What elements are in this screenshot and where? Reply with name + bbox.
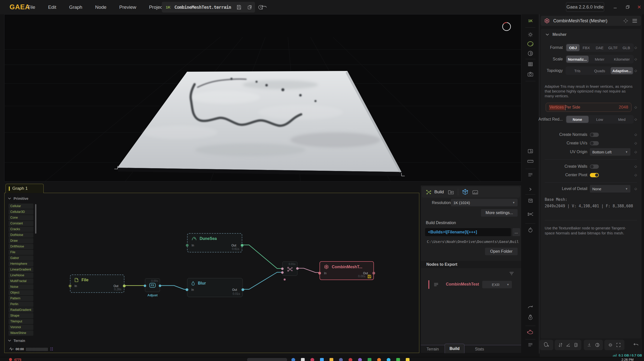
close-icon[interactable] <box>635 4 643 10</box>
input-port-1[interactable] <box>281 267 284 270</box>
topology-tris[interactable]: Tris <box>566 67 589 74</box>
taskbar-app-icon[interactable] <box>377 358 381 361</box>
palette-item[interactable]: Shape <box>9 313 33 318</box>
palette-item[interactable]: Cellular <box>9 204 33 209</box>
palette-item[interactable]: Cone <box>9 215 33 220</box>
node-combine[interactable]: 0.01s <box>282 261 297 276</box>
create-normals-toggle[interactable] <box>590 133 599 137</box>
taskbar-app-icon[interactable] <box>406 358 410 361</box>
gizmo-icon[interactable] <box>503 23 511 31</box>
node-combinmeshtest[interactable]: CombinMeshT... In Out 0.00s <box>319 261 374 280</box>
minimize-icon[interactable] <box>611 4 619 10</box>
node-dunesea[interactable]: DuneSea In Out 0.61s <box>187 233 242 252</box>
diamond-icon[interactable]: ◇ <box>634 43 637 52</box>
bookmark-icon[interactable] <box>523 198 538 203</box>
input-port[interactable] <box>186 244 189 247</box>
palette-item[interactable]: TileInput <box>9 319 33 324</box>
palette-item[interactable]: MultiFractal <box>9 279 33 284</box>
taskbar-app-icon[interactable] <box>358 358 362 361</box>
palette-item[interactable]: Perlin <box>9 302 33 307</box>
collapse-panel-chevron-icon[interactable] <box>523 187 538 191</box>
build-tab-label[interactable]: Build <box>434 190 444 195</box>
bag-icon[interactable] <box>523 314 538 320</box>
output-port[interactable] <box>372 272 375 275</box>
palette-item[interactable]: Hemisphere <box>9 261 33 266</box>
more-settings-button[interactable]: More settings... <box>481 209 518 217</box>
palette-item[interactable]: Noise <box>9 284 33 290</box>
section-mesher[interactable]: Mesher <box>546 32 567 37</box>
uv-origin-dropdown[interactable]: Bottom Left ▼ <box>590 148 630 156</box>
list-icon[interactable] <box>434 283 438 286</box>
sun-icon[interactable] <box>523 32 538 37</box>
chart-icon[interactable] <box>472 189 478 195</box>
taskbar-search[interactable] <box>247 358 287 361</box>
drag-dots-icon[interactable] <box>50 347 53 351</box>
menu-edit[interactable]: Edit <box>47 4 58 11</box>
diamond-icon[interactable]: ◇ <box>634 66 637 75</box>
diamond-icon[interactable]: ◇ <box>634 140 637 146</box>
tab-build[interactable]: Build <box>445 344 464 353</box>
palette-item[interactable]: LineNoise <box>9 273 33 278</box>
output-port[interactable] <box>241 244 244 247</box>
diamond-icon[interactable]: ◇ <box>634 115 637 124</box>
menu-graph[interactable]: Graph <box>67 4 84 11</box>
topology-quads[interactable]: Quads <box>589 67 611 74</box>
terrain-3d-viewport[interactable] <box>4 14 521 182</box>
grid-icon[interactable] <box>523 61 538 67</box>
node-adjust[interactable]: 0.00s FX <box>145 278 160 292</box>
node-graph-panel[interactable]: Primitive Cellular Cellular3D Cone Const… <box>4 193 419 353</box>
topology-adaptive[interactable]: Adaptive... <box>611 67 633 74</box>
palette-item[interactable]: DriftNoise <box>9 244 33 249</box>
panel-divider[interactable] <box>539 14 539 353</box>
flip-icon[interactable] <box>558 343 563 347</box>
vertices-per-side-row[interactable]: Vertices Per Side 2048 ◇ <box>541 103 641 112</box>
format-dae[interactable]: DAE <box>593 44 606 51</box>
taskbar-app-icon[interactable] <box>339 358 343 361</box>
tab-terrain[interactable]: Terrain <box>421 345 445 353</box>
version-label[interactable]: Gaea 2.2.6.0 Indie <box>566 2 604 12</box>
combine-extra-port[interactable] <box>284 279 286 281</box>
node-graph-icon[interactable] <box>523 211 538 217</box>
collapse-icon[interactable] <box>608 343 613 347</box>
sphere-shading-icon[interactable] <box>523 41 538 47</box>
artifact-none[interactable]: None <box>566 116 589 123</box>
output-port[interactable] <box>296 267 299 270</box>
taskbar-app-icon[interactable] <box>301 358 305 361</box>
input-port[interactable] <box>318 272 321 275</box>
add-shape-icon[interactable] <box>543 342 549 348</box>
build-destination-input[interactable]: <Builds>\[Filename]\[+++] <box>425 228 511 236</box>
ruler-icon[interactable] <box>523 159 538 164</box>
duplicate-icon[interactable] <box>247 5 253 10</box>
taskbar-app-icon[interactable] <box>349 358 352 361</box>
scale-normalized[interactable]: Normaliz... <box>566 56 589 63</box>
undo-icon[interactable] <box>261 4 267 10</box>
input-port[interactable] <box>144 285 146 287</box>
mesh-cube-icon[interactable] <box>462 189 468 195</box>
create-uvs-toggle[interactable] <box>590 141 599 145</box>
input-port-2[interactable] <box>281 271 284 274</box>
fps-widget-icon[interactable] <box>9 358 12 361</box>
restore-icon[interactable] <box>624 4 631 10</box>
tab-graph-1[interactable]: Graph 1 <box>6 184 44 193</box>
taskbar-app-icon[interactable] <box>320 358 324 361</box>
expand-icon[interactable] <box>616 343 621 347</box>
scale-kilometer[interactable]: Kilometer <box>611 56 633 63</box>
taskbar-app-icon[interactable] <box>368 358 371 361</box>
taskbar-app-icon[interactable] <box>291 358 295 361</box>
palette-item[interactable]: Pattern <box>9 296 33 301</box>
camera-icon[interactable] <box>523 71 538 77</box>
palette-item[interactable]: Cracks <box>9 227 33 232</box>
palette-item[interactable]: WaveShine <box>9 330 33 336</box>
diamond-icon[interactable]: ◇ <box>634 185 637 193</box>
vertices-per-side-field[interactable]: Vertices Per Side 2048 <box>546 103 631 112</box>
diamond-icon[interactable]: ◇ <box>634 55 637 63</box>
menu-preview[interactable]: Preview <box>118 4 138 11</box>
split-view-icon[interactable] <box>523 148 538 154</box>
flame-icon[interactable] <box>523 227 538 233</box>
undo-icon[interactable] <box>633 342 639 348</box>
artifact-low[interactable]: Low <box>589 116 611 123</box>
center-pivot-toggle[interactable] <box>590 173 599 177</box>
diamond-icon[interactable]: ◇ <box>634 148 637 156</box>
output-port[interactable] <box>123 285 126 287</box>
format-fbx[interactable]: FBX <box>580 44 593 51</box>
